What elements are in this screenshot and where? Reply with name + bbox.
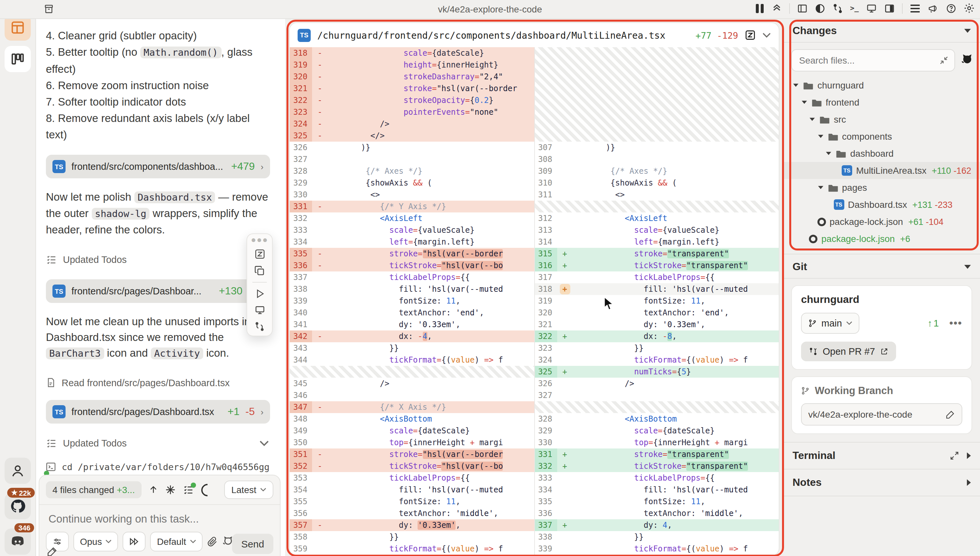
search-files-input[interactable] (798, 55, 935, 66)
latest-dropdown[interactable]: Latest (224, 481, 273, 499)
terminal-icon[interactable]: >_ (850, 4, 859, 13)
line-number: 325 (290, 130, 312, 142)
theme-contrast-icon[interactable] (815, 3, 825, 13)
copy-icon[interactable] (254, 265, 265, 276)
titlebar: vk/4e2a-explore-the-code >_ (0, 0, 980, 19)
code-line: {showAxis && ( (328, 177, 534, 189)
notes-section-header[interactable]: Notes (783, 469, 980, 496)
diff-marker (312, 484, 328, 496)
attachment-icon[interactable] (207, 536, 218, 547)
file-chip[interactable]: TS frontend/src/pages/Dashboard.tsx +1 -… (46, 400, 270, 423)
monitor-icon[interactable] (254, 305, 265, 315)
tree-chevron-icon[interactable] (826, 152, 831, 155)
diff-mode-icon[interactable] (745, 29, 756, 40)
tree-chevron-icon[interactable] (818, 135, 823, 138)
file-chip[interactable]: TS frontend/src/pages/Dashboar... +130 -… (46, 279, 270, 303)
expand-triangle-icon (967, 479, 971, 486)
settings-gear-icon[interactable] (964, 3, 975, 14)
more-options-icon[interactable]: ●●● (251, 238, 268, 242)
chevron-down-icon[interactable] (260, 440, 269, 446)
tree-item[interactable]: components (783, 128, 980, 145)
send-button[interactable]: Send (232, 534, 273, 554)
repo-more-button[interactable]: ••• (949, 317, 962, 329)
search-files-box[interactable] (791, 49, 955, 71)
panel-left-icon[interactable] (797, 3, 807, 13)
tree-item[interactable]: src (783, 111, 980, 128)
pause-icon[interactable] (755, 3, 764, 13)
git-compare-icon[interactable] (833, 3, 843, 13)
add-comment-button[interactable]: + (560, 284, 570, 294)
code-line: top={innerHeight + margi (328, 437, 534, 448)
tree-item[interactable]: package-lock.json+61 -104 (783, 213, 980, 230)
tree-chevron-icon[interactable] (793, 84, 798, 87)
open-pr-button[interactable]: Open PR #7 (801, 342, 896, 361)
branch-dropdown[interactable]: main (801, 313, 860, 334)
files-changed-pill[interactable]: 4 files changed +3... (46, 481, 141, 498)
fast-forward-button[interactable] (123, 532, 146, 551)
diff-marker (557, 212, 573, 224)
terminal-command-row[interactable]: cd /private/var/folders/10/h7w0q46556ggr… (46, 462, 269, 472)
megaphone-icon[interactable] (928, 3, 939, 13)
arrow-up-icon[interactable] (149, 485, 158, 495)
menu-icon[interactable] (910, 3, 920, 13)
git-compare-icon[interactable] (254, 321, 265, 332)
code-line: numTicks={5} (573, 366, 779, 378)
cat-icon[interactable] (961, 55, 974, 66)
line-number: 318 (290, 47, 312, 59)
expand-icon[interactable] (950, 451, 959, 460)
read-file-row[interactable]: Read frontend/src/pages/Dashboard.tsx (46, 377, 269, 388)
updated-todos-row[interactable]: Updated Todos (46, 438, 269, 448)
changes-section-header[interactable]: Changes (783, 18, 980, 42)
code-line: left={margin.left} (573, 236, 779, 248)
inline-code: Dashboard.tsx (134, 191, 215, 203)
working-branch-field[interactable]: vk/4e2a-explore-the-code (801, 403, 962, 425)
edit-pencil-icon[interactable] (946, 410, 955, 419)
preset-dropdown[interactable]: Default (150, 532, 203, 551)
line-number: 331 (534, 448, 557, 460)
play-icon[interactable] (255, 288, 265, 299)
diff-marker (312, 295, 328, 307)
updated-todos-row[interactable]: Updated Todos (46, 254, 269, 265)
chevron-down-icon[interactable] (762, 32, 771, 38)
git-section-header[interactable]: Git (783, 254, 980, 278)
terminal-section-header[interactable]: Terminal (783, 443, 980, 469)
rail-discord-button[interactable] (5, 529, 31, 555)
code-line: <> (573, 189, 779, 200)
tree-chevron-icon[interactable] (810, 118, 815, 121)
todos-status-icon[interactable] (182, 485, 194, 495)
panel-right-filled-icon[interactable] (884, 3, 895, 13)
tree-item[interactable]: package-lock.json+6 (783, 230, 980, 247)
pen-icon[interactable] (47, 546, 58, 556)
rail-kanban-button[interactable] (5, 46, 31, 72)
tree-item[interactable]: pages (783, 179, 980, 196)
tree-item[interactable]: dashboard (783, 145, 980, 162)
diff-view-icon[interactable] (254, 249, 265, 260)
line-number: 319 (534, 295, 557, 307)
diff-marker (312, 413, 328, 425)
sliders-icon (52, 537, 62, 546)
diff-row: 332+ tickStroke="transparent" (534, 460, 779, 472)
collapse-arrows-icon[interactable] (940, 56, 949, 65)
file-chip[interactable]: TS frontend/src/components/dashboa... +4… (46, 155, 270, 178)
collapse-up-icon[interactable] (772, 3, 782, 13)
rail-account-button[interactable] (5, 457, 31, 484)
code-line: stroke="hsl(var(--border (328, 82, 534, 94)
tree-item[interactable]: TSMultiLineArea.tsx+110 -162 (783, 162, 980, 179)
diff-row: 319 fontSize: 11, (534, 295, 779, 307)
spark-icon[interactable] (165, 485, 175, 495)
tree-chevron-icon[interactable] (818, 186, 823, 189)
chat-input[interactable] (39, 505, 270, 528)
diff-marker: - (312, 330, 328, 342)
help-icon[interactable] (946, 3, 956, 13)
diff-row: 336 textAnchor: 'middle', (534, 508, 779, 519)
tree-item[interactable]: TSDashboard.tsx+131 -233 (783, 196, 980, 213)
tree-item[interactable]: frontend (783, 94, 980, 111)
inline-code: BarChart3 (46, 348, 104, 359)
model-dropdown[interactable]: Opus (73, 532, 118, 551)
tree-chevron-icon[interactable] (801, 101, 807, 104)
diff-marker: - (312, 47, 328, 59)
tree-item[interactable]: churnguard (783, 77, 980, 94)
line-number: 321 (290, 82, 312, 94)
code-line: fill: 'hsl(var(--muted (573, 283, 779, 295)
monitor-icon[interactable] (866, 3, 877, 13)
